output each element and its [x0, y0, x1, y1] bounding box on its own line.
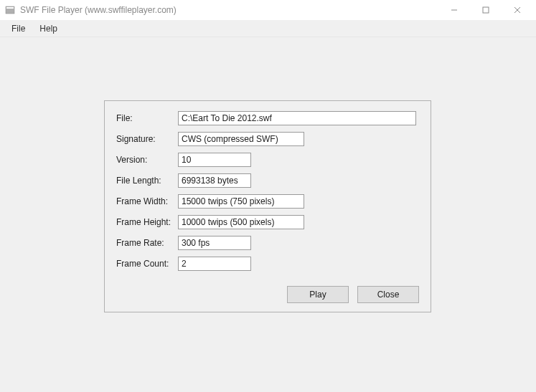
label-frame-height: Frame Height: — [116, 217, 178, 227]
menubar: File Help — [0, 20, 536, 37]
maximize-button[interactable] — [470, 0, 502, 20]
label-frame-width: Frame Width: — [116, 196, 178, 206]
row-signature: Signature: — [116, 132, 419, 146]
row-file: File: — [116, 111, 419, 125]
svg-rect-1 — [6, 7, 14, 9]
row-frame-rate: Frame Rate: — [116, 236, 419, 250]
input-frame-height[interactable] — [178, 215, 304, 229]
menu-help[interactable]: Help — [32, 21, 65, 36]
row-frame-count: Frame Count: — [116, 257, 419, 271]
row-version: Version: — [116, 153, 419, 167]
input-signature[interactable] — [178, 132, 304, 146]
row-frame-height: Frame Height: — [116, 215, 419, 229]
file-info-panel: File: Signature: Version: File Length: F… — [104, 100, 431, 312]
play-button[interactable]: Play — [287, 286, 349, 303]
label-frame-count: Frame Count: — [116, 259, 178, 269]
window-controls — [438, 0, 533, 20]
input-file-length[interactable] — [178, 173, 251, 188]
label-file: File: — [116, 113, 178, 123]
window-title: SWF File Player (www.swffileplayer.com) — [20, 5, 438, 15]
input-frame-rate[interactable] — [178, 236, 251, 250]
minimize-button[interactable] — [438, 0, 470, 20]
client-area: File: Signature: Version: File Length: F… — [0, 37, 536, 392]
close-button[interactable] — [502, 0, 533, 20]
row-frame-width: Frame Width: — [116, 194, 419, 209]
input-version[interactable] — [178, 153, 251, 167]
input-file[interactable] — [178, 111, 416, 125]
titlebar: SWF File Player (www.swffileplayer.com) — [0, 0, 536, 20]
close-panel-button[interactable]: Close — [357, 286, 419, 303]
input-frame-width[interactable] — [178, 194, 304, 209]
label-signature: Signature: — [116, 134, 178, 144]
menu-file[interactable]: File — [4, 21, 32, 36]
label-frame-rate: Frame Rate: — [116, 238, 178, 248]
input-frame-count[interactable] — [178, 257, 251, 271]
svg-rect-3 — [483, 7, 489, 13]
app-icon — [4, 4, 16, 16]
row-file-length: File Length: — [116, 173, 419, 188]
button-row: Play Close — [287, 286, 419, 303]
label-file-length: File Length: — [116, 176, 178, 186]
label-version: Version: — [116, 155, 178, 165]
